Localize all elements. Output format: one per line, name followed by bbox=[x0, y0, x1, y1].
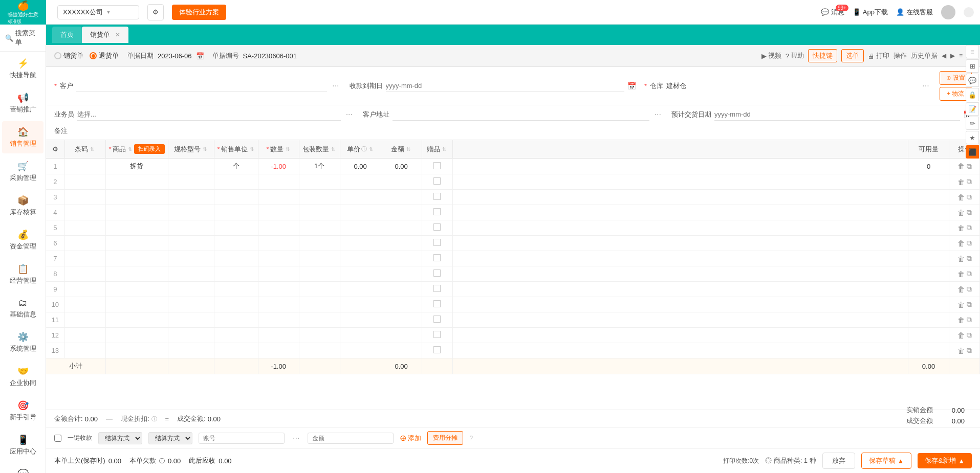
delete-row-btn[interactable]: 🗑 bbox=[957, 347, 965, 355]
cell-barcode[interactable] bbox=[64, 174, 105, 190]
cell-remark[interactable] bbox=[452, 328, 908, 343]
cell-qty[interactable] bbox=[258, 236, 299, 251]
cell-qty[interactable] bbox=[258, 205, 299, 220]
cell-barcode[interactable] bbox=[64, 297, 105, 312]
discount-info-icon[interactable]: ⓘ bbox=[151, 415, 157, 423]
cell-qty[interactable] bbox=[258, 343, 299, 358]
delete-row-btn[interactable]: 🗑 bbox=[957, 178, 965, 186]
cell-product[interactable] bbox=[105, 266, 168, 282]
cell-price[interactable] bbox=[340, 343, 381, 358]
salesperson-more-icon[interactable]: ··· bbox=[344, 110, 355, 119]
sidebar-item-inventory[interactable]: 📦 库存核算 bbox=[2, 190, 43, 222]
cell-price[interactable] bbox=[340, 174, 381, 190]
cell-gift[interactable] bbox=[422, 205, 452, 220]
qty-sort-icon[interactable]: ⇅ bbox=[286, 146, 290, 152]
company-selector[interactable]: XXXXXX公司 ▼ bbox=[57, 5, 139, 19]
cell-remark[interactable] bbox=[452, 236, 908, 251]
cell-product[interactable] bbox=[105, 174, 168, 190]
cell-remark[interactable] bbox=[452, 159, 908, 174]
cell-qty[interactable]: -1.00 bbox=[258, 159, 299, 174]
tab-home[interactable]: 首页 bbox=[52, 27, 82, 43]
customer-addr-input[interactable] bbox=[393, 108, 649, 121]
tab-sales[interactable]: 销货单 ✕ bbox=[82, 27, 128, 43]
copy-row-btn[interactable]: ⧉ bbox=[967, 346, 972, 355]
sidebar-item-app-center[interactable]: 📱 应用中心 bbox=[2, 429, 43, 461]
cell-gift[interactable] bbox=[422, 312, 452, 328]
cell-barcode[interactable] bbox=[64, 236, 105, 251]
sidebar-item-enterprise[interactable]: 🤝 企业协同 bbox=[2, 361, 43, 393]
cell-product[interactable] bbox=[105, 190, 168, 205]
cell-spec[interactable] bbox=[168, 266, 214, 282]
copy-row-btn[interactable]: ⧉ bbox=[967, 269, 972, 278]
account-more-icon[interactable]: ··· bbox=[291, 434, 301, 443]
remark-input[interactable] bbox=[72, 127, 972, 135]
delete-row-btn[interactable]: 🗑 bbox=[957, 193, 965, 201]
customer-input[interactable] bbox=[76, 80, 327, 92]
date-calendar-icon[interactable]: 📅 bbox=[196, 52, 204, 60]
cell-remark[interactable] bbox=[452, 190, 908, 205]
sidebar-item-marketing[interactable]: 📢 营销推广 bbox=[2, 87, 43, 119]
cell-remark[interactable] bbox=[452, 312, 908, 328]
cell-product[interactable] bbox=[105, 220, 168, 236]
cell-price[interactable] bbox=[340, 312, 381, 328]
delete-row-btn[interactable]: 🗑 bbox=[957, 331, 965, 340]
ops-btn[interactable]: 操作 bbox=[894, 51, 907, 60]
cell-spec[interactable] bbox=[168, 220, 214, 236]
cell-gift[interactable] bbox=[422, 328, 452, 343]
save-new-button[interactable]: 保存&新增 ▲ bbox=[918, 453, 972, 468]
cell-price[interactable] bbox=[340, 220, 381, 236]
copy-row-btn[interactable]: ⧉ bbox=[967, 316, 972, 324]
cell-remark[interactable] bbox=[452, 282, 908, 297]
cell-barcode[interactable] bbox=[64, 266, 105, 282]
pkgqty-sort-icon[interactable]: ⇅ bbox=[331, 146, 335, 152]
nav-prev-btn[interactable]: ◀ bbox=[942, 52, 946, 59]
payment-help-icon[interactable]: ? bbox=[469, 435, 473, 442]
message-btn[interactable]: 💬 消息 99+ bbox=[821, 8, 844, 17]
cell-price[interactable]: 0.00 bbox=[340, 159, 381, 174]
avatar[interactable] bbox=[941, 5, 955, 19]
cell-gift[interactable] bbox=[422, 236, 452, 251]
online-service-btn[interactable]: 👤 在线客服 bbox=[896, 8, 933, 17]
calculation-method-select[interactable]: 结算方式 bbox=[148, 432, 192, 444]
cell-barcode[interactable] bbox=[64, 220, 105, 236]
help-btn[interactable]: ? 帮助 bbox=[786, 51, 804, 60]
cell-price[interactable] bbox=[340, 328, 381, 343]
app-download-btn[interactable]: 📱 App下载 bbox=[853, 8, 888, 17]
discard-button[interactable]: 放弃 bbox=[822, 453, 855, 469]
select-btn[interactable]: 选单 bbox=[841, 49, 864, 62]
cell-price[interactable] bbox=[340, 236, 381, 251]
cell-barcode[interactable] bbox=[64, 251, 105, 266]
sidebar-item-basic-info[interactable]: 🗂 基础信息 bbox=[2, 292, 43, 324]
cell-gift[interactable] bbox=[422, 266, 452, 282]
cell-gift[interactable] bbox=[422, 297, 452, 312]
copy-row-btn[interactable]: ⧉ bbox=[967, 239, 972, 247]
cell-product[interactable] bbox=[105, 343, 168, 358]
sidebar-item-operations[interactable]: 📋 经营管理 bbox=[2, 258, 43, 290]
sidebar-item-sales-mgmt[interactable]: 🏠 销售管理 bbox=[2, 121, 43, 153]
cell-spec[interactable] bbox=[168, 251, 214, 266]
cell-barcode[interactable] bbox=[64, 312, 105, 328]
search-menu[interactable]: 🔍 搜索菜单 bbox=[0, 25, 46, 52]
copy-row-btn[interactable]: ⧉ bbox=[967, 331, 972, 340]
add-payment-btn[interactable]: ⊕ 添加 bbox=[400, 433, 421, 443]
right-panel-btn-4[interactable]: 🔒 bbox=[966, 88, 979, 101]
settlement-method-select[interactable]: 结算方式 bbox=[98, 432, 142, 444]
delete-row-btn[interactable]: 🗑 bbox=[957, 209, 965, 217]
cell-spec[interactable] bbox=[168, 190, 214, 205]
payment-amount-input[interactable] bbox=[308, 433, 394, 444]
cell-gift[interactable] bbox=[422, 251, 452, 266]
right-panel-btn-8[interactable]: ⬛ bbox=[966, 145, 979, 159]
cell-barcode[interactable] bbox=[64, 328, 105, 343]
cell-price[interactable] bbox=[340, 297, 381, 312]
cell-remark[interactable] bbox=[452, 205, 908, 220]
th-settings[interactable]: ⚙ bbox=[46, 140, 64, 159]
history-btn[interactable]: 历史单据 bbox=[911, 51, 938, 60]
account-input[interactable] bbox=[199, 433, 285, 444]
barcode-sort-icon[interactable]: ⇅ bbox=[90, 146, 94, 152]
cell-gift[interactable] bbox=[422, 282, 452, 297]
avatar-extra[interactable] bbox=[964, 7, 974, 17]
cell-barcode[interactable] bbox=[64, 190, 105, 205]
delete-row-btn[interactable]: 🗑 bbox=[957, 224, 965, 232]
cell-product[interactable] bbox=[105, 312, 168, 328]
cell-product[interactable] bbox=[105, 328, 168, 343]
